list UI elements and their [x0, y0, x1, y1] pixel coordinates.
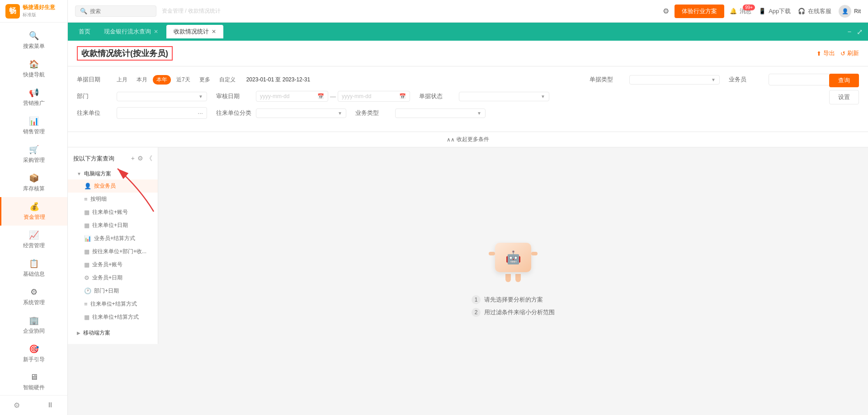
doc-type-arrow: ▼: [711, 77, 716, 82]
sidebar-item-finance[interactable]: 💰 资金管理: [0, 197, 67, 226]
scheme-item-label: 往来单位+账号: [92, 208, 128, 216]
calendar-from-icon[interactable]: 📅: [317, 93, 324, 99]
guide-icon: 🎯: [29, 344, 39, 354]
sidebar-nav: 🔍 搜索菜单 🏠 快捷导航 📢 营销推广 📊 销售管理 🛒 采购管理 📦: [0, 23, 67, 395]
sidebar-item-label: 资金管理: [24, 213, 45, 221]
scheme-item-salesperson-settle[interactable]: 📊 业务员+结算方式: [68, 232, 158, 245]
scheme-item-by-salesperson[interactable]: 👤 按业务员: [68, 179, 158, 193]
content-area: 单据日期 上月 本月 本年 近7天 更多 自定义 2023-01-01 至 20…: [68, 66, 868, 415]
filter-panel: 单据日期 上月 本月 本年 近7天 更多 自定义 2023-01-01 至 20…: [68, 66, 868, 132]
counterpart-more-btn[interactable]: ···: [198, 109, 203, 117]
username: Rit: [854, 8, 861, 14]
topbar: 🔍 资金管理 / 收款情况统计 ⚙ 体验行业方案 🔔 消息 99+ 📱 App下…: [68, 0, 868, 23]
app-logo: 畅 畅捷通好生意 标准版: [0, 0, 67, 23]
counterpart-cat-label: 往来单位分类: [216, 109, 252, 117]
refresh-button[interactable]: ↺ 刷新: [840, 49, 859, 57]
topbar-settings-icon[interactable]: ⚙: [663, 7, 669, 15]
sidebar-item-label: 智能硬件: [23, 384, 45, 391]
scheme-collapse-btn[interactable]: 《: [146, 155, 152, 163]
settings2-icon: ⚙: [84, 274, 90, 281]
sidebar-item-quicknav[interactable]: 🏠 快捷导航: [0, 55, 67, 83]
tab-collection-stat[interactable]: 收款情况统计 ✕: [166, 25, 223, 38]
scheme-item-unit-date[interactable]: ▦ 往来单位+日期: [68, 219, 158, 232]
search-input[interactable]: [90, 8, 144, 14]
date-tab-this-month[interactable]: 本月: [133, 75, 151, 85]
hardware-icon: 🖥: [30, 373, 38, 382]
scheme-item-salesperson-account[interactable]: ▦ 业务员+账号: [68, 258, 158, 271]
robot-face-icon: 🤖: [505, 250, 521, 265]
counterpart-cat-select[interactable]: ▼: [256, 108, 346, 118]
scheme-item-detail[interactable]: ≡ 按明细: [68, 193, 158, 206]
tab-minimize-icon[interactable]: －: [846, 27, 853, 37]
date-tab-last-month[interactable]: 上月: [113, 75, 131, 85]
tab-cash-flow[interactable]: 现金银行流水查询 ✕: [97, 25, 165, 38]
avatar: 👤: [839, 5, 851, 18]
date-tab-custom[interactable]: 自定义: [216, 75, 239, 85]
dept-select[interactable]: ▼: [117, 92, 207, 101]
user-profile[interactable]: 👤 Rit: [839, 5, 861, 18]
scheme-item-label: 往来单位+日期: [92, 222, 128, 229]
sidebar-item-guide[interactable]: 🎯 新手引导: [0, 340, 67, 368]
doc-type-select[interactable]: ▼: [629, 75, 720, 85]
scheme-item-unit-account[interactable]: ▦ 往来单位+账号: [68, 206, 158, 219]
biz-type-label: 业务类型: [355, 109, 392, 117]
notification-badge: 99+: [743, 5, 755, 10]
scheme-item-salesperson-date[interactable]: ⚙ 业务员+日期: [68, 271, 158, 284]
biz-type-select[interactable]: ▼: [395, 108, 486, 118]
sidebar-item-search[interactable]: 🔍 搜索菜单: [0, 26, 67, 55]
date-tab-7days[interactable]: 近7天: [173, 75, 194, 85]
collapse-button[interactable]: ∧∧ 收起更多条件: [447, 136, 489, 143]
scheme-item-label: 业务员+账号: [92, 261, 123, 269]
tab-collection-stat-close[interactable]: ✕: [212, 28, 216, 35]
sidebar-item-label: 搜索菜单: [23, 42, 45, 50]
tab-collection-stat-label: 收款情况统计: [174, 28, 209, 36]
desktop-group-title[interactable]: ▼ 电脑端方案: [68, 168, 158, 179]
sidebar-item-inventory[interactable]: 📦 库存核算: [0, 169, 67, 197]
sidebar-item-operations[interactable]: 📈 经营管理: [0, 226, 67, 254]
mobile-scheme-group: ▶ 移动端方案: [68, 325, 158, 340]
collapse-bar[interactable]: ∧∧ 收起更多条件: [68, 132, 868, 147]
tab-maximize-icon[interactable]: ⤢: [857, 28, 863, 36]
app-download-group[interactable]: 📱 App下载: [759, 7, 791, 15]
settings-button[interactable]: 设置: [829, 90, 859, 104]
collapse-sidebar-icon[interactable]: ⏸: [47, 401, 54, 410]
query-button[interactable]: 查询: [829, 74, 859, 87]
sidebar-item-sales[interactable]: 📊 销售管理: [0, 112, 67, 140]
tab-right-controls: － ⤢: [846, 27, 863, 37]
sidebar-item-basicinfo[interactable]: 📋 基础信息: [0, 254, 67, 283]
sidebar-item-system[interactable]: ⚙ 系统管理: [0, 283, 67, 311]
tip-num-2: 2: [472, 308, 481, 317]
doc-status-select[interactable]: ▼: [459, 92, 549, 101]
export-button[interactable]: ⬆ 导出: [816, 49, 835, 57]
review-date-from[interactable]: yyyy-mm-dd 📅: [256, 91, 328, 102]
topbar-search[interactable]: 🔍: [75, 5, 156, 17]
sidebar-item-enterprise[interactable]: 🏢 企业协同: [0, 311, 67, 340]
sidebar-item-hardware[interactable]: 🖥 智能硬件: [0, 368, 67, 395]
mobile-group-title[interactable]: ▶ 移动端方案: [68, 327, 158, 339]
data-area: 🤖: [158, 147, 868, 344]
tab-home[interactable]: 首页: [73, 25, 96, 38]
tab-bar: 首页 现金银行流水查询 ✕ 收款情况统计 ✕ － ⤢: [68, 23, 868, 41]
scheme-settings-btn[interactable]: ⚙: [137, 155, 143, 163]
notification-group[interactable]: 🔔 消息 99+: [730, 7, 751, 15]
counterpart-select[interactable]: ···: [117, 107, 207, 119]
tab-cash-flow-close[interactable]: ✕: [154, 28, 158, 35]
logo-text-group: 畅捷通好生意 标准版: [23, 4, 55, 18]
scheme-item-unit-settle1[interactable]: ≡ 往来单位+结算方式: [68, 297, 158, 311]
scheme-item-unit-settle2[interactable]: ▦ 往来单位+结算方式: [68, 311, 158, 324]
sidebar-item-purchase[interactable]: 🛒 采购管理: [0, 140, 67, 169]
scheme-item-dept-date[interactable]: 🕐 部门+日期: [68, 284, 158, 297]
date-tab-more[interactable]: 更多: [196, 75, 214, 85]
trial-button[interactable]: 体验行业方案: [675, 5, 724, 18]
scheme-add-btn[interactable]: +: [131, 155, 135, 163]
review-date-to[interactable]: yyyy-mm-dd 📅: [338, 91, 410, 102]
scheme-item-unit-dept-collect[interactable]: ▦ 按往来单位+部门+收...: [68, 245, 158, 258]
settings-footer-icon[interactable]: ⚙: [14, 401, 20, 410]
scheme-item-label: 按明细: [90, 195, 107, 203]
online-service-group[interactable]: 🎧 在线客服: [798, 7, 831, 15]
date-tab-this-year[interactable]: 本年: [153, 75, 171, 85]
search-topbar-icon: 🔍: [80, 8, 87, 14]
sidebar-item-marketing[interactable]: 📢 营销推广: [0, 83, 67, 112]
sidebar-item-label: 采购管理: [23, 156, 45, 164]
calendar-to-icon[interactable]: 📅: [399, 93, 406, 99]
